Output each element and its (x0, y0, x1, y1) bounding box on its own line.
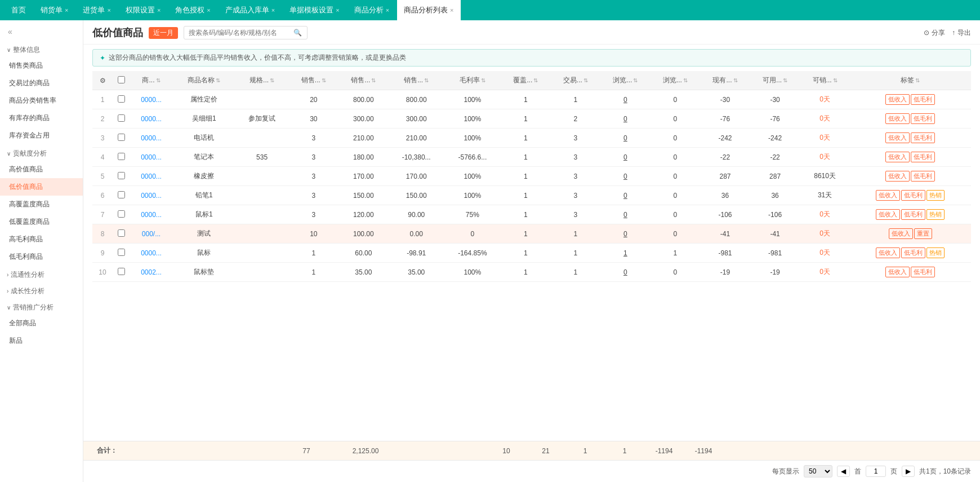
nav-product-analysis-list[interactable]: 商品分析列表 × (397, 0, 460, 20)
table-row: 100002...鼠标垫135.0035.00100%1100-19-190天低… (92, 263, 971, 282)
sidebar-item-high-value[interactable]: 高价值商品 (0, 161, 83, 178)
search-icon[interactable]: 🔍 (293, 29, 302, 37)
table-row: 50000...橡皮擦3170.00170.00100%130028728786… (92, 167, 971, 186)
sidebar-item-low-coverage[interactable]: 低覆盖度商品 (0, 213, 83, 231)
search-input[interactable] (189, 29, 290, 37)
nav-close-analysis[interactable]: × (386, 7, 389, 14)
row-checkbox[interactable] (118, 134, 125, 141)
nav-close-template[interactable]: × (336, 7, 339, 14)
summary-trade: 21 (526, 447, 565, 455)
sidebar-item-low-value[interactable]: 低价值商品 (0, 178, 83, 196)
row-checkbox[interactable] (118, 249, 125, 256)
nav-close-analysis-list[interactable]: × (450, 7, 453, 14)
col-setting[interactable]: ⚙ (92, 71, 113, 90)
cell-code: 0000... (130, 167, 173, 186)
export-btn[interactable]: ↑ 导出 (952, 28, 971, 38)
nav-purchase[interactable]: 进货单 × (76, 0, 117, 20)
sidebar-item-traded-products[interactable]: 交易过的商品 (0, 74, 83, 92)
sidebar-item-high-coverage[interactable]: 高覆盖度商品 (0, 196, 83, 213)
cell-browse1: 0 (600, 148, 651, 167)
sidebar-item-stock-capital[interactable]: 库存资金占用 (0, 127, 83, 144)
row-checkbox[interactable] (118, 172, 125, 179)
sidebar-group-marketing[interactable]: ∨ 营销推广分析 (0, 298, 83, 315)
cell-check[interactable] (113, 205, 130, 224)
row-checkbox[interactable] (118, 191, 125, 198)
cell-browse1: 0 (600, 186, 651, 205)
cell-sale2: 210.00 (338, 129, 389, 148)
row-checkbox[interactable] (118, 95, 125, 103)
sidebar-group-overall[interactable]: ∨ 整体信息 (0, 41, 83, 57)
nav-template[interactable]: 单据模板设置 × (283, 0, 346, 20)
sidebar-group-circulation[interactable]: › 流通性分析 (0, 266, 83, 282)
cell-check[interactable] (113, 129, 130, 148)
sidebar-item-sales-products[interactable]: 销售类商品 (0, 57, 83, 74)
sidebar-group-growth[interactable]: › 成长性分析 (0, 282, 83, 298)
sidebar-group-contribution[interactable]: ∨ 贡献度分析 (0, 144, 83, 161)
col-spec: 规格...⇅ (235, 71, 289, 90)
cell-check[interactable] (113, 148, 130, 167)
row-checkbox[interactable] (118, 210, 125, 218)
cell-sale3: 150.00 (389, 186, 444, 205)
cell-trade: 2 (551, 109, 601, 129)
page-number-input[interactable] (866, 466, 886, 477)
cell-browse2: 0 (651, 167, 701, 186)
cell-check[interactable] (113, 186, 130, 205)
cell-check[interactable] (113, 109, 130, 129)
cell-spec: 参加复试 (235, 109, 289, 129)
sidebar-item-low-profit[interactable]: 低毛利商品 (0, 248, 83, 266)
time-filter-btn[interactable]: 近一月 (149, 27, 178, 39)
sidebar-item-category-rate[interactable]: 商品分类销售率 (0, 92, 83, 109)
cell-check[interactable] (113, 224, 130, 244)
row-checkbox[interactable] (118, 153, 125, 160)
col-browse1: 浏览...⇅ (600, 71, 651, 90)
cell-browse2: 0 (651, 90, 701, 109)
sidebar-item-all-products[interactable]: 全部商品 (0, 315, 83, 332)
share-btn[interactable]: ⊙ 分享 (924, 28, 945, 38)
sidebar-item-stock-products[interactable]: 有库存的商品 (0, 109, 83, 127)
nav-home[interactable]: 首页 (5, 0, 33, 20)
nav-close-sales[interactable]: × (65, 7, 68, 14)
cell-sale3: 800.00 (389, 90, 444, 109)
cell-browse1: 0 (600, 129, 651, 148)
nav-role[interactable]: 角色授权 × (168, 0, 217, 20)
next-page-btn[interactable]: ▶ (902, 466, 915, 477)
nav-close-role[interactable]: × (207, 7, 210, 14)
cell-stock: -242 (700, 129, 750, 148)
col-check-all[interactable] (113, 71, 130, 90)
cell-check[interactable] (113, 90, 130, 109)
cell-spec (235, 129, 289, 148)
nav-close-permission[interactable]: × (157, 7, 161, 14)
nav-warehouse[interactable]: 产成品入库单 × (219, 0, 282, 20)
nav-close-warehouse[interactable]: × (271, 7, 275, 14)
cell-margin: 100% (444, 186, 501, 205)
cell-days: 0天 (800, 224, 850, 244)
cell-check[interactable] (113, 244, 130, 263)
cell-margin: 100% (444, 90, 501, 109)
cell-check[interactable] (113, 263, 130, 282)
row-checkbox[interactable] (118, 114, 125, 122)
cell-avail: -76 (750, 109, 800, 129)
cell-cover: 1 (501, 129, 551, 148)
cell-check[interactable] (113, 167, 130, 186)
sidebar-collapse-btn[interactable]: « (5, 25, 16, 38)
page-size-select[interactable]: 50 100 (804, 465, 832, 477)
nav-close-purchase[interactable]: × (107, 7, 110, 14)
cell-sale3: 300.00 (389, 109, 444, 129)
cell-sale2: 35.00 (338, 263, 389, 282)
row-checkbox[interactable] (118, 229, 125, 237)
page-suffix: 页 (890, 467, 897, 476)
cell-code: 0000... (130, 244, 173, 263)
nav-sales-order[interactable]: 销货单 × (34, 0, 75, 20)
table-row: 70000...鼠标13120.0090.0075%1300-106-1060天… (92, 205, 971, 224)
row-checkbox[interactable] (118, 268, 125, 275)
first-page-btn[interactable]: ◀ (837, 466, 850, 477)
cell-margin: 75% (444, 205, 501, 224)
sidebar-item-new-products[interactable]: 新品 (0, 332, 83, 350)
nav-permission[interactable]: 权限设置 × (119, 0, 167, 20)
sidebar-item-high-profit[interactable]: 高毛利商品 (0, 231, 83, 248)
select-all-checkbox[interactable] (118, 76, 125, 83)
nav-product-analysis[interactable]: 商品分析 × (348, 0, 396, 20)
cell-name: 铅笔1 (173, 186, 235, 205)
cell-browse1: 0 (600, 90, 651, 109)
cell-num: 5 (92, 167, 113, 186)
